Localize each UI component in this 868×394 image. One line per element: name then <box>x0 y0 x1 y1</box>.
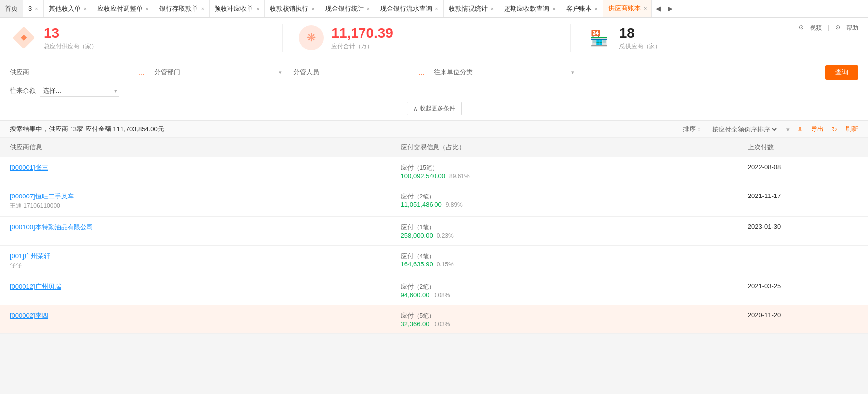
nav-tab-receipt-stats-close[interactable]: × <box>491 6 494 12</box>
export-button[interactable]: 导出 <box>811 125 824 133</box>
tx-type-label: 应付 <box>401 283 414 290</box>
nav-tab-customer-ledger[interactable]: 客户账本 × <box>561 0 603 18</box>
grain-icon: ❋ <box>297 24 325 52</box>
category-select-wrapper: ▾ <box>477 66 576 78</box>
nav-tab-cash-bank-flow[interactable]: 现金银行流水查询 × <box>375 0 443 18</box>
top-navigation: 首页 3 × 其他收入单 × 应收应付调整单 × 银行存取款单 × 预收冲应收单… <box>0 0 868 18</box>
nav-tab-receipt-stats[interactable]: 收款情况统计 × <box>444 0 499 18</box>
tx-count: （4笔） <box>414 253 435 260</box>
nav-tab-cash-bank-stats-close[interactable]: × <box>367 6 370 12</box>
supplier-contact: 仔仔 <box>10 262 381 270</box>
nav-tab-ar-ap-adjust-label: 应收应付调整单 <box>97 4 143 13</box>
tx-amount[interactable]: 258,000.00 <box>401 232 433 239</box>
nav-tab-overdue-ar[interactable]: 超期应收款查询 × <box>499 0 561 18</box>
nav-tab-customer-ledger-close[interactable]: × <box>595 6 598 12</box>
stat-number-payable-total: 11,170.39 <box>331 25 393 42</box>
nav-next-arrow[interactable]: ▶ <box>664 0 676 18</box>
nav-tab-bank-deposit-close[interactable]: × <box>201 6 204 12</box>
supplier-filter-item: 供应商 ... <box>10 66 145 78</box>
table-header-row: 供应商信息 应付交易信息（占比） 上次付数 <box>0 138 868 157</box>
balance-select[interactable]: 选择... <box>40 85 119 97</box>
tx-percent: 89.61% <box>449 173 470 180</box>
nav-tab-supplier-ledger[interactable]: 供应商账本 × <box>603 0 652 18</box>
tx-type-label: 应付 <box>401 193 414 200</box>
export-icon: ⇩ <box>797 126 803 133</box>
tx-amount[interactable]: 100,092,540.00 <box>401 172 445 180</box>
tx-amount[interactable]: 32,366.00 <box>401 320 430 328</box>
refresh-button[interactable]: 刷新 <box>845 125 858 133</box>
collapse-button[interactable]: ∧ 收起更多条件 <box>407 102 462 115</box>
supplier-ellipsis-btn[interactable]: ... <box>139 68 145 76</box>
tx-info-cell: 应付（2笔）94,600.000.08% <box>391 276 738 305</box>
nav-tab-3[interactable]: 3 × <box>23 0 44 18</box>
supplier-link[interactable]: [000001]张三 <box>10 164 48 171</box>
help-link[interactable]: 帮助 <box>846 24 858 32</box>
nav-tab-cash-bank-stats[interactable]: 现金银行统计 × <box>320 0 375 18</box>
tx-info-cell: 应付（15笔）100,092,540.0089.61% <box>391 157 738 186</box>
nav-tab-customer-ledger-label: 客户账本 <box>566 4 592 13</box>
dept-select[interactable] <box>184 66 284 78</box>
video-link[interactable]: 视频 <box>810 24 822 32</box>
sort-select[interactable]: 按应付余额倒序排序 <box>710 125 778 133</box>
stat-block-payable-total: ❋ 11,170.39 应付合计（万） <box>283 24 570 52</box>
supplier-info-cell: [000001]张三 <box>0 157 391 186</box>
supplier-link[interactable]: [000100]本特勤油品有限公司 <box>10 223 93 231</box>
tx-amount-line: 164,635.900.15% <box>401 261 728 268</box>
tx-label-line: 应付（2笔） <box>401 282 728 291</box>
tx-amount[interactable]: 94,600.00 <box>401 291 430 299</box>
nav-tab-bank-deposit[interactable]: 银行存取款单 × <box>154 0 210 18</box>
table-row: [000012]广州贝瑞应付（2笔）94,600.000.08%2021-03-… <box>0 276 868 305</box>
nav-tab-3-close[interactable]: × <box>35 6 38 12</box>
nav-tab-other-income-close[interactable]: × <box>84 6 87 12</box>
nav-tab-home[interactable]: 首页 <box>0 0 23 18</box>
nav-tab-ar-ap-adjust[interactable]: 应收应付调整单 × <box>92 0 154 18</box>
supplier-link[interactable]: [000002]李四 <box>10 312 48 319</box>
tx-amount[interactable]: 164,635.90 <box>401 261 433 268</box>
header-right-links: ⊙ 视频 | ⊙ 帮助 <box>799 24 858 32</box>
person-ellipsis-btn[interactable]: ... <box>419 68 425 76</box>
tx-amount-line: 94,600.000.08% <box>401 291 728 299</box>
tx-amount[interactable]: 11,051,486.00 <box>401 201 442 208</box>
supplier-link[interactable]: [001]广州荣轩 <box>10 252 50 260</box>
nav-tab-receipt-verify-close[interactable]: × <box>311 6 314 12</box>
nav-tab-overdue-ar-close[interactable]: × <box>552 6 555 12</box>
table-row: [000007]恒旺二手叉车王通 17106110000应付（2笔）11,051… <box>0 186 868 217</box>
tx-label-line: 应付（15笔） <box>401 163 728 172</box>
nav-tab-ar-ap-adjust-close[interactable]: × <box>145 6 148 12</box>
stat-label-payable-suppliers: 总应付供应商（家） <box>44 42 97 51</box>
help-icon: ⊙ <box>835 24 840 32</box>
nav-tab-advance-offset-close[interactable]: × <box>256 6 259 12</box>
last-pay-date: 2021-03-25 <box>748 282 781 290</box>
nav-tab-other-income[interactable]: 其他收入单 × <box>44 0 92 18</box>
stat-label-total-suppliers: 总供应商（家） <box>619 42 661 51</box>
category-filter-item: 往来单位分类 ▾ <box>434 66 576 78</box>
tx-label-line: 应付（2笔） <box>401 192 728 201</box>
result-mid: 应付金额 <box>85 125 111 132</box>
nav-tab-advance-offset[interactable]: 预收冲应收单 × <box>210 0 265 18</box>
search-button[interactable]: 查询 <box>825 65 858 80</box>
nav-tab-cash-bank-flow-close[interactable]: × <box>435 6 438 12</box>
balance-select-wrapper: 选择... ▾ <box>40 85 119 97</box>
tx-type-label: 应付 <box>401 223 414 231</box>
tx-count: （2笔） <box>414 193 435 200</box>
collapse-button-label: 收起更多条件 <box>420 104 455 113</box>
separator: | <box>828 24 829 32</box>
category-select[interactable] <box>477 66 576 78</box>
supplier-link[interactable]: [000007]恒旺二手叉车 <box>10 193 74 200</box>
supplier-input[interactable] <box>33 66 133 78</box>
nav-tab-cash-bank-flow-label: 现金银行流水查询 <box>380 4 432 13</box>
nav-prev-arrow[interactable]: ◀ <box>652 0 664 18</box>
svg-text:◆: ◆ <box>21 33 27 41</box>
nav-tab-supplier-ledger-close[interactable]: × <box>644 5 647 11</box>
nav-tab-home-label: 首页 <box>5 4 18 13</box>
nav-tab-receipt-verify[interactable]: 收款核销执行 × <box>265 0 320 18</box>
tx-percent: 0.08% <box>433 292 450 299</box>
balance-filter-label: 往来余额 <box>10 86 36 95</box>
person-input[interactable] <box>323 66 413 78</box>
last-pay-date: 2022-08-08 <box>748 163 781 171</box>
tx-type-label: 应付 <box>401 252 414 260</box>
stat-block-payable-suppliers: ◆ 13 总应付供应商（家） <box>10 24 283 52</box>
nav-tab-3-label: 3 <box>28 5 32 12</box>
tx-type-label: 应付 <box>401 312 414 319</box>
supplier-link[interactable]: [000012]广州贝瑞 <box>10 283 61 290</box>
